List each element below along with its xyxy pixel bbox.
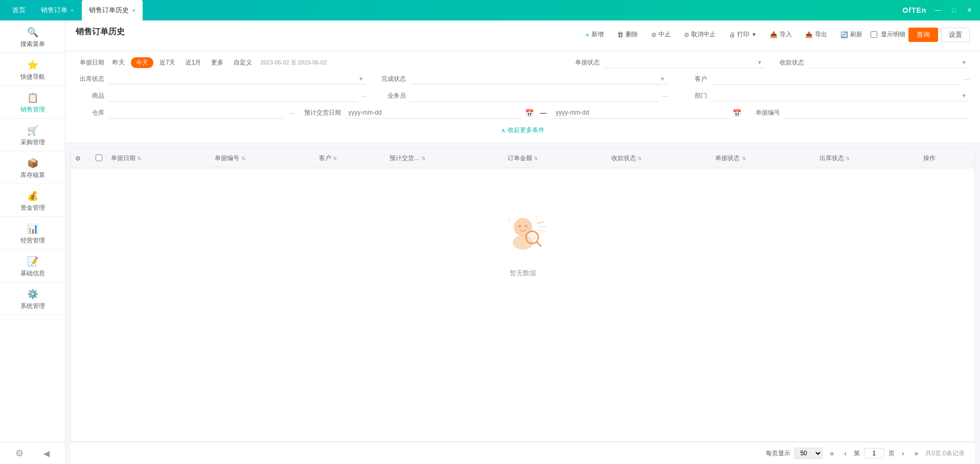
th-order-status[interactable]: 单据状态 ⇅ [711,149,815,168]
date-custom[interactable]: 自定义 [230,57,256,68]
th-expected-date[interactable]: 预计交货... ⇅ [385,149,503,168]
th-order-no[interactable]: 单据编号 ⇅ [211,149,314,168]
sidebar-item-fund-mgmt[interactable]: 💰 资金管理 [0,184,65,217]
th-payment-status-label: 收款状态 [611,154,636,162]
warehouse-input[interactable] [108,107,284,119]
date-more[interactable]: 更多 [207,57,227,68]
date-separator: — [540,109,546,117]
delete-btn[interactable]: 🗑 删除 [612,28,643,41]
cancel-stop-btn[interactable]: ⊘ 取消中止 [679,28,721,41]
customer-input[interactable] [711,73,960,85]
sidebar-item-system-mgmt[interactable]: ⚙️ 系统管理 [0,282,65,315]
calendar-icon-end[interactable]: 📅 [733,109,741,117]
goods-dots[interactable]: ··· [361,92,367,100]
print-btn[interactable]: 🖨 打印 ▼ [724,28,762,41]
calendar-icon-start[interactable]: 📅 [525,109,534,117]
sidebar-item-quick-nav[interactable]: ⭐ 快捷导航 [0,53,65,86]
date-1month[interactable]: 近1月 [181,57,206,68]
prev-page-btn[interactable]: ‹ [841,448,850,458]
order-status-select[interactable]: ▼ [604,57,765,68]
refresh-btn[interactable]: 🔄 刷新 [835,28,868,41]
query-btn[interactable]: 查询 [908,28,938,42]
dept-arrow: ▼ [961,93,967,99]
collapse-row[interactable]: ∧ 收起更多条件 [76,124,970,137]
refresh-label: 刷新 [850,30,862,39]
goods-input[interactable] [108,90,357,102]
th-settings[interactable]: ⚙ [71,149,92,168]
sidebar-item-purchase-mgmt[interactable]: 🛒 采购管理 [0,119,65,151]
date-today[interactable]: 今天 [131,57,153,68]
page-size-select[interactable]: 10 20 50 100 [794,448,823,459]
sidebar-item-search-label: 搜索菜单 [20,40,45,49]
tab-home[interactable]: 首页 [5,0,33,20]
payment-status-label: 收款状态 [776,58,804,67]
date-7days[interactable]: 近7天 [155,57,179,68]
expected-date-end[interactable] [553,107,728,119]
first-page-btn[interactable]: « [827,448,837,458]
sort-order-no-icon: ⇅ [241,156,245,161]
sidebar-item-inventory-check[interactable]: 📦 库存核算 [0,151,65,184]
th-amount-label: 订单金额 [508,154,532,162]
warehouse-dots[interactable]: ··· [288,109,294,117]
out-status-select[interactable]: ▼ [108,74,367,84]
next-page-btn[interactable]: › [899,448,907,458]
date-yesterday[interactable]: 昨天 [108,57,129,68]
tab-sales-order[interactable]: 销售订单 × [34,0,81,20]
content-area: 销售订单历史 + 新增 🗑 删除 ⊘ 中止 ⊘ [65,20,980,464]
complete-status-select[interactable]: ▼ [410,74,669,84]
expected-date-start[interactable] [345,107,521,119]
salesperson-input[interactable] [410,90,659,102]
sidebar-collapse-icon[interactable]: ◀ [43,449,50,458]
sidebar-item-fund-label: 资金管理 [20,204,45,212]
close-sales-order-tab[interactable]: × [71,7,74,13]
import-btn[interactable]: 📥 导入 [765,28,797,41]
th-customer[interactable]: 客户 ⇅ [315,149,386,168]
th-date[interactable]: 单据日期 ⇅ [107,149,211,168]
filter-area: 单据日期 昨天 今天 近7天 近1月 更多 自定义 2023-06-02 至 2… [65,51,980,143]
last-page-btn[interactable]: » [911,448,922,458]
settings-btn[interactable]: 设置 [941,28,970,42]
customer-dots[interactable]: ··· [964,75,970,83]
salesperson-dots[interactable]: ··· [663,92,669,100]
svg-line-6 [537,242,541,246]
sidebar-bottom: ⚙ ◀ [0,442,65,464]
close-history-tab[interactable]: × [132,7,135,13]
page-title: 销售订单历史 [76,27,125,37]
order-no-label: 单据编号 [751,108,780,117]
sidebar-settings-icon[interactable]: ⚙ [15,448,24,459]
sidebar-item-basic-info[interactable]: 📝 基础信息 [0,250,65,282]
expected-date-label: 预计交货日期 [304,108,341,117]
th-amount[interactable]: 订单金额 ⇅ [504,149,607,168]
select-all-checkbox[interactable] [96,154,102,161]
new-btn[interactable]: + 新增 [580,28,609,41]
th-out-status[interactable]: 出库状态 ⇅ [815,149,919,168]
display-toggle-checkbox[interactable] [871,31,877,38]
brand-label: OfTEn [902,6,926,14]
svg-point-3 [525,225,527,228]
sidebar-item-operations[interactable]: 📊 经营管理 [0,217,65,250]
th-checkbox[interactable] [92,149,107,168]
out-status-arrow: ▼ [358,76,364,82]
close-app-btn[interactable]: × [964,6,975,15]
maximize-btn[interactable]: □ [949,7,959,14]
minimize-btn[interactable]: — [931,7,944,14]
toolbar-right: + 新增 🗑 删除 ⊘ 中止 ⊘ 取消中止 [580,28,970,42]
page-num-input[interactable] [864,448,884,458]
th-order-no-label: 单据编号 [215,154,239,162]
tab-sales-order-history[interactable]: 销售订单历史 × [82,0,142,20]
order-no-input[interactable] [784,107,970,119]
page-unit: 页 [888,449,895,458]
payment-status-select[interactable]: ▼ [808,57,970,68]
table-body: ? ? 暂无数据 [71,168,974,319]
sidebar-item-search-menu[interactable]: 🔍 搜索菜单 [0,20,65,53]
sidebar-item-sales-label: 销售管理 [20,105,45,114]
settings-icon[interactable]: ⚙ [75,155,81,162]
th-payment-status[interactable]: 收款状态 ⇅ [607,149,711,168]
export-btn[interactable]: 📤 导出 [800,28,832,41]
sidebar-item-quick-label: 快捷导航 [20,73,45,81]
stop-btn[interactable]: ⊘ 中止 [646,28,676,41]
sidebar-item-sales-mgmt[interactable]: 📋 销售管理 [0,86,65,119]
th-out-status-label: 出库状态 [819,154,844,162]
display-toggle[interactable]: 显示明细 [871,30,905,39]
dept-select[interactable]: ▼ [711,91,970,101]
